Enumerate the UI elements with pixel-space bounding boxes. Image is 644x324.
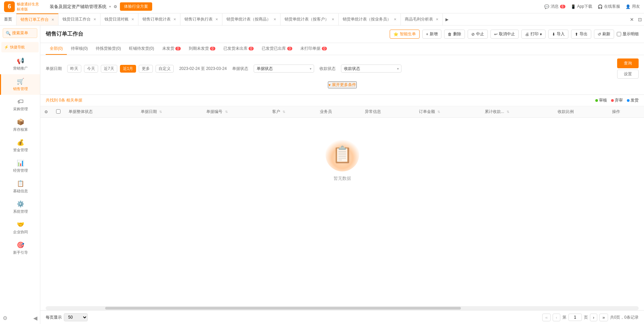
tab-close-by-customer[interactable]: ✕ <box>332 17 334 21</box>
sidebar-item-sales[interactable]: 🛒 销售管理 <box>0 74 40 95</box>
col-amount[interactable]: 订单金额 ⇅ <box>415 106 480 118</box>
sidebar-item-inventory[interactable]: 📦 库存核算 <box>0 115 40 135</box>
first-page-btn[interactable]: « <box>542 314 551 321</box>
col-collected[interactable]: 累计收款... ⇅ <box>481 106 554 118</box>
date-btn-custom[interactable]: 自定义 <box>156 65 174 73</box>
page-input[interactable] <box>568 314 582 321</box>
tab-action-next[interactable]: ⊡ <box>636 17 644 22</box>
sidebar-item-operation[interactable]: 📊 经营管理 <box>0 156 40 176</box>
system-dropdown-icon[interactable]: ▾ <box>109 5 111 8</box>
sidebar-collapse-btn[interactable]: ◀ <box>33 315 37 321</box>
col-checkbox[interactable] <box>52 106 65 118</box>
message-btn[interactable]: 💬 消息 6 <box>544 4 565 9</box>
subtab-pending-check[interactable]: 待拣货验货(0) <box>92 43 125 55</box>
subtab-pending-review[interactable]: 待审核(0) <box>67 43 92 55</box>
scrollbar-thumb[interactable] <box>105 307 461 310</box>
sidebar-item-purchase[interactable]: 🏷 采购管理 <box>0 95 40 115</box>
tab-cash-reconcile[interactable]: 钱货日清对账 ✕ <box>100 13 138 26</box>
col-settings[interactable]: ⚙ <box>40 106 52 118</box>
sidebar-quicknav[interactable]: ⚡ 快捷导航 <box>1 42 39 52</box>
subtab-not-printed[interactable]: 未打印单据 0 <box>296 43 331 55</box>
set-btn[interactable]: 设置 <box>617 70 639 79</box>
not-printed-badge: 0 <box>322 47 327 50</box>
page-size-select[interactable]: 10 20 50 100 <box>64 313 88 321</box>
tab-sales-stats[interactable]: 销售订单统计表 ✕ <box>138 13 180 26</box>
sidebar-item-basic[interactable]: 📋 基础信息 <box>0 176 40 197</box>
add-icon: + <box>426 32 428 37</box>
subtab-all[interactable]: 全部(0) <box>46 43 67 55</box>
tab-close-by-staff[interactable]: ✕ <box>394 17 396 21</box>
stop-btn[interactable]: ⊘ 中止 <box>468 30 488 39</box>
next-page-btn[interactable]: › <box>590 314 597 321</box>
tab-sales-order-workbench[interactable]: 销售订单工作台 ✕ <box>16 13 58 26</box>
expand-filter-btn[interactable]: ▾ 展开更多条件 <box>328 81 357 88</box>
review-action[interactable]: 审核 <box>595 97 607 103</box>
tab-sales-by-product[interactable]: 销货单统计表（按商品） ✕ <box>222 13 281 26</box>
subtab-shipped-not-out[interactable]: 已发货未出库 0 <box>219 43 258 55</box>
tab-close-cash-daily[interactable]: ✕ <box>93 17 96 21</box>
unreviewed-action[interactable]: 弃审 <box>611 97 623 103</box>
prev-page-btn[interactable]: ‹ <box>553 314 560 321</box>
export-btn[interactable]: ⬆ 导出 <box>571 30 591 39</box>
subtab-overdue-not-shipped[interactable]: 到期未发货 0 <box>185 43 219 55</box>
refresh-btn[interactable]: ↺ 刷新 <box>594 30 614 39</box>
tab-close-sales-order[interactable]: ✕ <box>51 18 54 22</box>
sidebar-settings-btn[interactable]: ⚙ <box>3 315 7 321</box>
horizontal-scrollbar[interactable] <box>46 306 639 310</box>
print-dropdown-icon: ▾ <box>540 32 542 37</box>
cancel-stop-btn[interactable]: ↩ 取消中止 <box>490 30 519 39</box>
tab-home[interactable]: 首页 <box>0 13 16 26</box>
print-btn[interactable]: 🖨 打印 ▾ <box>521 30 546 39</box>
tab-more-btn[interactable]: ▶ <box>443 17 451 22</box>
delete-btn[interactable]: 🗑 删除 <box>444 30 465 39</box>
finance-icon: 💰 <box>17 139 24 146</box>
app-download-btn[interactable]: 📱 App下载 <box>571 4 592 9</box>
subtab-not-shipped[interactable]: 未发货 0 <box>158 43 185 55</box>
sidebar-item-enterprise[interactable]: 🤝 企业协同 <box>0 217 40 238</box>
col-date[interactable]: 单据日期 ⇅ <box>137 106 202 118</box>
col-number[interactable]: 单据编号 ⇅ <box>202 106 268 118</box>
subtab-wangpu[interactable]: 旺铺待发货(0) <box>125 43 158 55</box>
tab-close-sales-stats[interactable]: ✕ <box>173 17 176 21</box>
sidebar-search-btn[interactable]: 🔍 搜索菜单 <box>3 28 37 38</box>
sidebar-item-finance[interactable]: 💰 资金管理 <box>0 135 40 156</box>
last-page-btn[interactable]: » <box>599 314 608 321</box>
add-btn[interactable]: + 新增 <box>422 30 441 39</box>
query-btn[interactable]: 查询 <box>617 58 639 68</box>
online-service-btn[interactable]: 🎧 在线客服 <box>598 4 620 9</box>
tab-action-prev[interactable]: ✕ <box>628 17 636 22</box>
tab-sales-by-customer[interactable]: 销货单统计表（按客户） ✕ <box>281 13 339 26</box>
tab-close-gross-profit[interactable]: ✕ <box>436 17 438 21</box>
tab-close-sales-exec[interactable]: ✕ <box>215 17 218 21</box>
tab-sales-by-staff[interactable]: 销货单统计表（按业务员） ✕ <box>339 13 401 26</box>
status-select[interactable]: 单据状态 <box>254 65 314 73</box>
date-btn-yesterday[interactable]: 昨天 <box>67 65 81 73</box>
date-btn-1month[interactable]: 近1月 <box>120 65 136 73</box>
sidebar-item-system[interactable]: ⚙️ 系统管理 <box>0 197 40 217</box>
select-all-checkbox[interactable] <box>56 109 60 114</box>
show-detail-label[interactable]: 显示明细 <box>617 31 639 37</box>
date-btn-7days[interactable]: 近7天 <box>101 65 117 73</box>
tab-close-cash-reconcile[interactable]: ✕ <box>131 17 134 21</box>
settings-icon[interactable]: ⚙ <box>114 4 117 9</box>
sidebar-item-newbie[interactable]: 🎯 新手引导 <box>0 238 40 258</box>
subtab-shipped-out[interactable]: 已发货已出库 0 <box>258 43 296 55</box>
tab-close-by-product[interactable]: ✕ <box>273 17 276 21</box>
tab-gross-profit[interactable]: 商品毛利分析表 ✕ <box>401 13 443 26</box>
user-btn[interactable]: 👤 用友 <box>626 4 640 9</box>
tab-sales-exec[interactable]: 销售订单执行表 ✕ <box>180 13 222 26</box>
ship-action[interactable]: 发货 <box>627 97 639 103</box>
pagination-controls: « ‹ 第 页 › » 共0页，0条记录 <box>542 314 639 321</box>
filter-area: 单据日期 昨天 今天 近7天 近1月 更多 自定义 2023-02-24 至 2… <box>40 55 644 95</box>
number-sort-icon: ⇅ <box>225 110 228 114</box>
smart-create-btn[interactable]: ⭐ 智能生单 <box>390 30 420 39</box>
import-btn[interactable]: ⬇ 导入 <box>548 30 568 39</box>
payment-select[interactable]: 收款状态 <box>341 65 401 73</box>
date-btn-more[interactable]: 更多 <box>139 65 153 73</box>
show-detail-checkbox[interactable] <box>617 32 621 36</box>
col-customer[interactable]: 客户 ⇅ <box>268 106 316 118</box>
date-btn-today[interactable]: 今天 <box>84 65 98 73</box>
industry-btn[interactable]: 体验行业方案 <box>120 2 152 11</box>
sidebar-item-marketing[interactable]: 📢 营销推广 <box>0 54 40 74</box>
tab-cash-daily[interactable]: 钱货日清工作台 ✕ <box>58 13 100 26</box>
